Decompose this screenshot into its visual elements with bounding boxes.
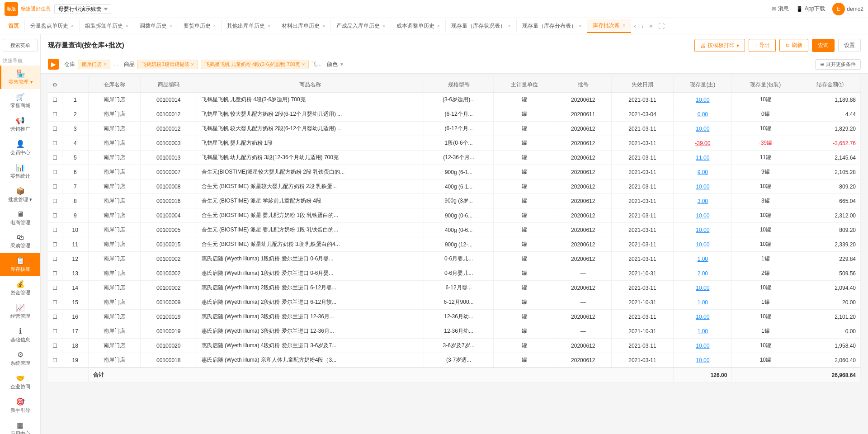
tab-4[interactable]: 要货单历史 × (178, 19, 222, 33)
close-icon[interactable]: × (71, 24, 74, 28)
tab-8[interactable]: 成本调整单历史 × (391, 19, 446, 33)
row-check[interactable]: ☐ (48, 252, 62, 266)
expand-more-btn[interactable]: ⊕ 展开更多条件 (815, 59, 861, 70)
user-avatar[interactable]: E demo2 (832, 3, 863, 15)
tab-2[interactable]: 组装拆卸单历史 × (80, 19, 134, 33)
row-stock-main[interactable]: 10.00 (674, 353, 732, 368)
nav-fullscreen-btn[interactable]: ⛶ (656, 21, 667, 32)
search-menu-btn[interactable]: 搜索英单 (3, 39, 38, 52)
row-check[interactable]: ☐ (48, 136, 62, 151)
close-icon[interactable]: × (322, 24, 325, 28)
row-check[interactable]: ☐ (48, 266, 62, 281)
row-stock-main[interactable]: 2.00 (674, 266, 732, 281)
warehouse-more[interactable]: … (113, 61, 118, 67)
row-check[interactable]: ☐ (48, 223, 62, 237)
row-check[interactable]: ☐ (48, 310, 62, 324)
warehouse-tag-close[interactable]: × (104, 61, 106, 67)
sidebar-item-ecommerce[interactable]: 🖥 电商管理 (0, 207, 40, 230)
sidebar-item-marketing[interactable]: 📢 营销推广 (0, 113, 40, 136)
sidebar-item-collab[interactable]: 🤝 企业协同 (0, 370, 40, 394)
nav-close-btn[interactable]: × (646, 21, 656, 32)
close-icon[interactable]: × (579, 24, 582, 28)
refresh-btn[interactable]: ↻ 刷新 (779, 39, 808, 52)
row-check[interactable]: ☐ (48, 281, 62, 295)
tab-3[interactable]: 调拨单历史 × (134, 19, 178, 33)
close-icon[interactable]: × (213, 24, 216, 28)
row-check[interactable]: ☐ (48, 194, 62, 208)
col-settings[interactable]: ⚙ (48, 77, 62, 93)
sidebar-item-member[interactable]: 👤 会员中心 (0, 136, 40, 160)
row-check[interactable]: ☐ (48, 208, 62, 223)
row-check[interactable]: ☐ (48, 151, 62, 165)
row-stock-main[interactable]: -39.00 (674, 136, 732, 151)
close-icon[interactable]: × (268, 24, 270, 28)
row-check[interactable]: ☐ (48, 324, 62, 339)
row-check[interactable]: ☐ (48, 353, 62, 368)
row-stock-main[interactable]: 10.00 (674, 223, 732, 237)
tab-1[interactable]: 分量盘点单历史 × (25, 19, 80, 33)
row-stock-main[interactable]: 10.00 (674, 208, 732, 223)
sidebar-item-purchase[interactable]: 🛍 采购管理 (0, 230, 40, 253)
sidebar-item-system[interactable]: ⚙ 系统管理 (0, 347, 40, 370)
export-btn[interactable]: ↑ 导出 (749, 39, 776, 52)
row-stock-main[interactable]: 10.00 (674, 237, 732, 252)
row-stock-main[interactable]: 10.00 (674, 179, 732, 194)
row-stock-main[interactable]: 10.00 (674, 122, 732, 136)
close-icon[interactable]: × (126, 24, 128, 28)
row-check[interactable]: ☐ (48, 237, 62, 252)
row-stock-main[interactable]: 1.00 (674, 252, 732, 266)
filter-expand-btn[interactable]: ▶ (48, 59, 59, 70)
close-icon[interactable]: × (623, 23, 625, 28)
settings-btn[interactable]: 设置 (838, 39, 861, 52)
close-icon[interactable]: × (382, 24, 385, 28)
close-icon[interactable]: × (508, 24, 511, 28)
row-check[interactable]: ☐ (48, 122, 62, 136)
row-stock-main[interactable]: 1.00 (674, 295, 732, 310)
row-check[interactable]: ☐ (48, 107, 62, 122)
row-stock-main[interactable]: 11.00 (674, 151, 732, 165)
sidebar-item-finance[interactable]: 💰 资金管理 (0, 276, 40, 300)
sidebar-item-wholesale[interactable]: 📦 批发管理 ▾ (0, 183, 40, 207)
row-check[interactable]: ☐ (48, 179, 62, 194)
close-icon[interactable]: × (170, 24, 172, 28)
product-tag-1[interactable]: 飞鹤奶粉3段両罐提装 × (137, 60, 198, 69)
tab-11-active[interactable]: 库存批次账 × (587, 19, 631, 33)
tab-10[interactable]: 现存量（库存分布表） × (517, 19, 588, 33)
tab-home[interactable]: 首页 (3, 19, 25, 33)
print-btn[interactable]: 🖨 按模板打印 ▾ (694, 39, 745, 52)
row-check[interactable]: ☐ (48, 165, 62, 179)
row-stock-main[interactable]: 10.00 (674, 93, 732, 107)
nav-prev-arrow[interactable]: ‹ (631, 21, 639, 32)
row-stock-main[interactable]: 10.00 (674, 310, 732, 324)
tab-6[interactable]: 材料出库单历史 × (276, 19, 331, 33)
close-icon[interactable]: × (437, 24, 440, 28)
sidebar-item-basics[interactable]: ℹ 基础信息 (0, 323, 40, 347)
row-check[interactable]: ☐ (48, 339, 62, 353)
row-stock-main[interactable]: 10.00 (674, 281, 732, 295)
app-download-btn[interactable]: 📱 App下载 (796, 5, 825, 13)
sidebar-item-guide[interactable]: 🎯 新手引导 (0, 394, 40, 417)
warehouse-tag[interactable]: 南岸门店 × (78, 60, 110, 69)
tab-9[interactable]: 现存量（库存状况表） × (446, 19, 517, 33)
query-btn[interactable]: 查询 (812, 39, 835, 52)
sidebar-item-retail-mall[interactable]: 🛒 零售商城 (0, 89, 40, 113)
row-stock-main[interactable]: 3.00 (674, 194, 732, 208)
product-tag-1-close[interactable]: × (191, 61, 194, 67)
industry-select[interactable]: 母婴行业演示账套 (54, 4, 111, 14)
product-tag-2[interactable]: 飞鹤星飞帆 儿童奶粉 4段(3-6岁适用) 700克 × (201, 60, 309, 69)
row-stock-main[interactable]: 1.00 (674, 324, 732, 339)
row-stock-main[interactable]: 9.00 (674, 165, 732, 179)
row-stock-main[interactable]: 10.00 (674, 339, 732, 353)
sidebar-item-operations[interactable]: 📈 经营管理 (0, 300, 40, 323)
product-more[interactable]: 飞... (311, 61, 321, 68)
sidebar-item-app-center[interactable]: ▦ 应用中心 (0, 417, 40, 434)
row-check[interactable]: ☐ (48, 295, 62, 310)
nav-next-arrow[interactable]: › (639, 21, 646, 32)
color-dropdown-arrow[interactable]: ▾ (340, 61, 343, 67)
row-check[interactable]: ☐ (48, 93, 62, 107)
sidebar-item-retail-mgmt[interactable]: 🏪 零售管理 ▾ (0, 66, 40, 89)
tab-5[interactable]: 其他出库单历史 × (222, 19, 276, 33)
tab-7[interactable]: 产成品入库单历史 × (331, 19, 391, 33)
product-tag-2-close[interactable]: × (302, 61, 305, 67)
sidebar-item-inventory[interactable]: 📋 库存核算 (0, 253, 40, 276)
